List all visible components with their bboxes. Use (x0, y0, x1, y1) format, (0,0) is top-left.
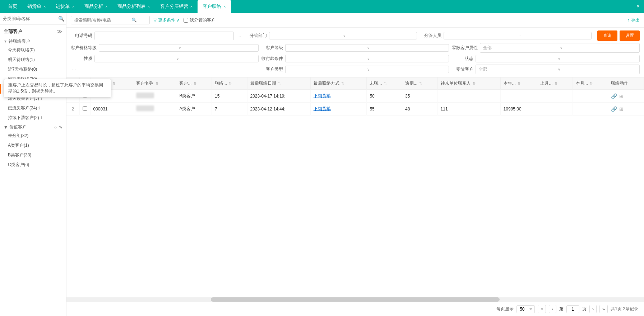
customer-level-select[interactable]: ∨ (285, 44, 449, 52)
query-button[interactable]: 查询 (597, 30, 617, 41)
window-close-button[interactable]: × (636, 3, 640, 10)
col-name[interactable]: 客户名称 ⇅ (133, 77, 176, 90)
row2-overdue: 48 (402, 103, 437, 115)
settings-button[interactable]: 设置 (620, 30, 640, 41)
sidebar-item-declining[interactable]: 持续下滑客户(2) ℹ (0, 113, 66, 123)
row2-this-month (573, 103, 608, 115)
price-level-select[interactable]: ∨ (99, 44, 259, 52)
my-customers-checkbox[interactable] (184, 18, 188, 23)
close-tab-purchase[interactable]: × (72, 4, 74, 9)
phone-dots[interactable]: ··· (236, 33, 242, 38)
toolbar-right-area: ↑ 导出 (627, 17, 640, 23)
row2-method-link[interactable]: 下销货单 (314, 106, 331, 111)
tab-product-analysis-list[interactable]: 商品分析列表 × (112, 0, 155, 13)
retail-attr-select[interactable]: 全部 ∨ (480, 43, 640, 53)
col-last-date[interactable]: 最后联络日期 ⇅ (247, 77, 310, 90)
sidebar-item-class-a[interactable]: A类客户(1) (0, 141, 66, 150)
export-button[interactable]: ↑ 导出 (627, 17, 640, 23)
customer-type-select[interactable]: ∨ (285, 66, 449, 73)
close-tab-customer-contact[interactable]: × (223, 4, 226, 9)
col-unit-contact[interactable]: 往来单位联系人 ⇅ (437, 77, 500, 90)
sidebar-section-pending[interactable]: ▼ 待联络客户 (0, 37, 66, 45)
row1-name (133, 90, 176, 103)
sidebar: 🔍 全部客户 ≫ ▼ 待联络客户 今天待联络(0) 明天待联络(1) 近7天待联… (0, 13, 66, 316)
sidebar-item-today[interactable]: 今天待联络(0) (0, 45, 66, 55)
edit-icon[interactable]: ✎ (59, 125, 62, 130)
close-tab-product-analysis-list[interactable]: × (148, 4, 150, 9)
close-tab-product-analysis[interactable]: × (105, 4, 107, 9)
retail-select[interactable]: 全部 ∨ (476, 65, 640, 74)
row1-grid-icon[interactable]: ⊞ (619, 93, 624, 99)
filter-status: 状态 ∨ (452, 55, 640, 62)
tooltip-repurchase: 距客户上次交易时长，超过了此客户的平均交易周期的1.5倍，则视为异常。 (4, 79, 66, 98)
col-contact-count[interactable]: 联络... ⇅ (212, 77, 247, 90)
page-size-select[interactable]: 50 20 100 200 (516, 305, 535, 313)
scrollbar-thumb[interactable] (211, 297, 500, 302)
filter-row-3: 性质 ∨ 收付款条件 ∨ 状态 (71, 55, 640, 62)
row1-link-icon[interactable]: 🔗 (611, 93, 617, 99)
filter-dept: 分管部门 ∨ (245, 32, 417, 39)
sidebar-search-input[interactable] (3, 16, 57, 21)
prev-page-button[interactable]: ‹ (549, 305, 556, 313)
col-this-year[interactable]: 本年... ⇅ (500, 77, 537, 90)
row1-unit-contact (437, 90, 500, 103)
top-navigation: 首页 销货单 × 进货单 × 商品分析 × 商品分析列表 × 客户分层经营 × … (0, 0, 644, 13)
sidebar-item-lost[interactable]: 已流失客户(24) ℹ (0, 103, 66, 113)
circle-icon[interactable]: ○ (54, 125, 57, 130)
table-row: 1 000039 B类客户 15 2023-04-17 14:19: 下销货单 … (66, 90, 644, 103)
search-input[interactable] (74, 18, 131, 23)
gender-select[interactable]: ∨ (94, 55, 259, 62)
sidebar-item-class-b[interactable]: B类客户(33) (0, 150, 66, 160)
sidebar-item-ungroup[interactable]: 未分组(32) (0, 131, 66, 141)
payment-select[interactable]: ∨ (285, 55, 449, 62)
tab-purchase[interactable]: 进货单 × (51, 0, 79, 13)
row4-dots[interactable]: ··· (71, 67, 77, 72)
row2-type: A类客户 (176, 103, 212, 115)
customer-table: ⚙ 客户编码 ⇅ 客户名称 ⇅ (66, 77, 644, 115)
next-page-button[interactable]: › (589, 305, 597, 313)
filter-customer-type: 客户类型 ∨ (261, 66, 449, 73)
sort-icon-unlinked: ⇅ (384, 81, 387, 85)
chevron-down-icon5: ∨ (560, 46, 636, 50)
sort-icon-overdue: ⇅ (419, 81, 422, 85)
tab-product-analysis[interactable]: 商品分析 × (79, 0, 112, 13)
sort-icon-type: ⇅ (194, 81, 196, 85)
tab-customer-tier[interactable]: 客户分层经营 × (155, 0, 198, 13)
row1-contact-count: 15 (212, 90, 247, 103)
tab-customer-contact[interactable]: 客户联络 × (198, 0, 231, 13)
row2-actions: 🔗 ⊞ (608, 103, 644, 115)
close-tab-customer-tier[interactable]: × (190, 4, 193, 9)
row2-name (133, 103, 176, 115)
col-unlinked[interactable]: 未联... ⇅ (367, 77, 402, 90)
col-last-method[interactable]: 最后联络方式 ⇅ (310, 77, 367, 90)
sidebar-item-tomorrow[interactable]: 明天待联络(1) (0, 55, 66, 65)
tab-sales[interactable]: 销货单 × (22, 0, 51, 13)
status-select[interactable]: ∨ (476, 55, 640, 62)
toolbar: 🔍 ▽ 更多条件 ∧ 我分管的客户 ↑ 导出 (66, 13, 644, 28)
tab-home[interactable]: 首页 (3, 0, 22, 13)
phone-input[interactable] (94, 32, 234, 40)
sort-icon-name: ⇅ (156, 81, 158, 85)
col-this-month[interactable]: 本月... ⇅ (573, 77, 608, 90)
horizontal-scrollbar[interactable] (66, 297, 644, 302)
dept-select[interactable]: ∨ (269, 32, 417, 39)
col-last-month[interactable]: 上月... ⇅ (537, 77, 573, 90)
col-overdue[interactable]: 逾期... ⇅ (402, 77, 437, 90)
sidebar-collapse-button[interactable]: ≫ (57, 29, 62, 34)
page-number-input[interactable] (566, 305, 579, 313)
person-select[interactable]: ··· (444, 32, 592, 39)
filter-phone: 电话号码 ··· (71, 32, 242, 40)
row2-grid-icon[interactable]: ⊞ (619, 106, 624, 112)
first-page-button[interactable]: « (538, 305, 546, 313)
row2-select-checkbox[interactable] (83, 106, 87, 111)
more-conditions-button[interactable]: ▽ 更多条件 ∧ (153, 17, 180, 23)
last-page-button[interactable]: » (599, 305, 608, 313)
row1-method-link[interactable]: 下销货单 (314, 93, 331, 98)
sidebar-item-class-c[interactable]: C类客户(6) (0, 160, 66, 170)
row2-link-icon[interactable]: 🔗 (611, 106, 617, 112)
sidebar-item-7days[interactable]: 近7天待联络(0) (0, 65, 66, 74)
filter-customer-level: 客户等级 ∨ (261, 44, 449, 52)
filter-area: 电话号码 ··· 分管部门 ∨ 分管人员 ··· (66, 28, 644, 77)
col-customer-type[interactable]: 客户... ⇅ (176, 77, 212, 90)
close-tab-sales[interactable]: × (43, 4, 46, 9)
